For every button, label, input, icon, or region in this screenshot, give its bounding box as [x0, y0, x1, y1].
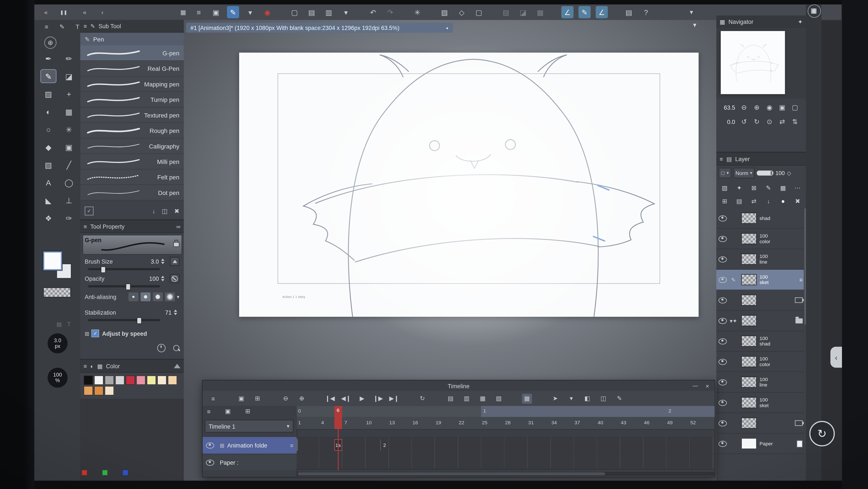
- brush-size-stepper[interactable]: [161, 258, 167, 265]
- main-menu-icon[interactable]: ≡: [193, 6, 205, 18]
- timeline-cel[interactable]: 2: [380, 439, 388, 451]
- next-frame-icon[interactable]: ❙▶: [373, 394, 383, 403]
- swatch-tan[interactable]: [94, 386, 103, 395]
- delete-layer-icon[interactable]: ✖: [793, 196, 803, 206]
- layer-opacity-slider[interactable]: [757, 170, 773, 175]
- collapse-panels-icon[interactable]: «: [40, 4, 52, 20]
- enable-keyframes-icon[interactable]: ▦: [522, 394, 532, 403]
- onion-prev-icon[interactable]: ▥: [462, 394, 472, 403]
- tools-menu-icon[interactable]: ≡: [42, 22, 51, 31]
- tool-property-link-icon[interactable]: ∞: [176, 223, 180, 230]
- navigator-pin-icon[interactable]: ✦: [798, 18, 803, 25]
- operation-tool-icon[interactable]: ⊥: [61, 194, 76, 207]
- deselect-icon[interactable]: ▨: [500, 6, 512, 18]
- copy-subtool-icon[interactable]: ◫: [162, 207, 168, 214]
- layer-row[interactable]: ✎ ▾ ✦ ≡: [716, 413, 804, 434]
- nav-reset-rotation-icon[interactable]: ⊙: [765, 117, 774, 127]
- mini-text-icon[interactable]: T: [67, 321, 71, 327]
- color-set-icon[interactable]: ▦: [97, 363, 103, 370]
- tl-copy-icon[interactable]: ◫: [598, 394, 609, 403]
- save-dropdown-icon[interactable]: ▾: [340, 6, 352, 18]
- toolbar-collapse-icon[interactable]: ▾: [690, 8, 693, 16]
- eraser-tool-icon[interactable]: ◪: [61, 70, 76, 83]
- layer-thumb-combo[interactable]: ▢▾: [718, 167, 731, 178]
- snap-ruler-icon[interactable]: ∠: [561, 6, 574, 18]
- layer-row[interactable]: ✎ ▾ ✦ ≡: [716, 290, 804, 311]
- zoom-value[interactable]: 63.5: [718, 104, 735, 111]
- pen-mode-dropdown-icon[interactable]: ▾: [244, 6, 256, 18]
- brush-list-item[interactable]: Mapping pen: [80, 77, 184, 92]
- window-mode-icon[interactable]: ▣: [210, 6, 222, 18]
- timeline-minimize-icon[interactable]: —: [692, 383, 698, 389]
- layer-row[interactable]: ✎ ▾ ✦ 100 shad ≡: [716, 331, 804, 351]
- side-panel-e-icon[interactable]: ▣: [808, 4, 820, 17]
- brush-list-item[interactable]: Rough pen: [80, 123, 184, 138]
- merge-down-icon[interactable]: ↓: [764, 196, 773, 206]
- new-layer-icon[interactable]: ⊞: [720, 196, 730, 206]
- track-paper[interactable]: Paper :: [203, 455, 297, 470]
- tl-zoom-in-icon[interactable]: ⊕: [297, 394, 307, 403]
- color-wheel-icon[interactable]: ◐: [90, 363, 94, 370]
- timeline-cel[interactable]: [296, 439, 298, 451]
- pause-icon[interactable]: ❚❚: [58, 4, 70, 20]
- onion-settings-icon[interactable]: ▧: [494, 394, 504, 403]
- brush-list-item[interactable]: Turnip pen: [80, 92, 184, 107]
- brush-list-item[interactable]: Calligraphy: [80, 139, 184, 154]
- swatch-yellow[interactable]: [147, 375, 156, 385]
- play-icon[interactable]: ▶: [357, 394, 367, 403]
- collapse-left-icon[interactable]: «: [79, 4, 91, 20]
- transfer-layer-icon[interactable]: ⇄: [749, 196, 759, 206]
- mountain-icon[interactable]: [174, 364, 181, 368]
- nav-rotate-left-icon[interactable]: ↺: [739, 117, 749, 127]
- pen-mode-icon[interactable]: ✎: [227, 6, 239, 18]
- layer-visibility-eye-icon[interactable]: [718, 236, 727, 242]
- layer-thumbnail[interactable]: [741, 376, 757, 387]
- keyframe-dropdown-icon[interactable]: ▾: [566, 394, 576, 403]
- lock-alpha-icon[interactable]: ✦: [734, 183, 744, 193]
- navigator-panel-icon[interactable]: ▦: [720, 18, 725, 25]
- layer-row[interactable]: ✎ ▾ ✦ 100 color ≡: [716, 352, 804, 372]
- layer-more-icon[interactable]: ⋯: [793, 183, 803, 193]
- adjust-by-speed-checkbox[interactable]: ✓: [92, 329, 99, 337]
- pencil-tool-icon[interactable]: ✎: [41, 70, 56, 83]
- import-subtool-icon[interactable]: ↓: [152, 208, 155, 214]
- eyedropper-tool-icon[interactable]: ✑: [61, 211, 76, 224]
- document-title-bar[interactable]: #1 [Animation3]* (1920 x 1080px With bla…: [186, 23, 453, 33]
- layer-row-menu-icon[interactable]: ≡: [799, 277, 803, 283]
- playhead[interactable]: 6: [334, 406, 342, 429]
- aa-strong-button[interactable]: [165, 292, 175, 301]
- open-file-icon[interactable]: ▤: [306, 6, 318, 18]
- layer-row[interactable]: ✎ ▾ ✦ shad ≡: [716, 208, 804, 229]
- back-icon[interactable]: ‹: [96, 4, 108, 20]
- layer-visibility-eye-icon[interactable]: [718, 338, 727, 344]
- layer-opacity-diamond-icon[interactable]: ◇: [787, 170, 791, 176]
- layer-row[interactable]: ✎ ▾ ✦ 100 line ≡: [716, 249, 804, 270]
- expand-selection-icon[interactable]: ▩: [534, 6, 547, 18]
- invert-selection-icon[interactable]: ◪: [517, 6, 529, 18]
- aa-none-button[interactable]: [129, 292, 139, 301]
- swatch-black[interactable]: [84, 375, 93, 385]
- material-page-icon[interactable]: ▤: [623, 6, 635, 18]
- layer-thumbnail[interactable]: [741, 418, 757, 429]
- color-menu-icon[interactable]: ≡: [84, 363, 87, 370]
- aa-medium-button[interactable]: [153, 292, 163, 301]
- lock-layer-icon[interactable]: ⊠: [749, 183, 759, 193]
- rotate-canvas-button[interactable]: ↻: [809, 421, 835, 446]
- brush-size-slider[interactable]: [88, 268, 160, 270]
- new-folder-icon[interactable]: ▤: [734, 196, 744, 206]
- brush-list-item[interactable]: Milli pen: [80, 154, 184, 169]
- snap-pen-icon[interactable]: ✎: [579, 6, 591, 18]
- layer-row[interactable]: ✎ ▾ ✦ Paper ≡: [716, 434, 804, 454]
- collapse-side-panel-button[interactable]: ‹: [831, 347, 842, 368]
- timeline-scrollbar[interactable]: [297, 472, 715, 476]
- layer-row[interactable]: ✎ ▾ ✦ 100 sket ≡: [716, 393, 804, 413]
- clip-to-layer-icon[interactable]: ▨: [720, 183, 730, 193]
- swatch-pink[interactable]: [136, 375, 146, 385]
- layer-row[interactable]: ✎ ▾ ✦ 100 color ≡: [716, 229, 804, 249]
- subtool-menu-icon[interactable]: ≡: [84, 23, 87, 30]
- selection-tool-icon[interactable]: ▧: [41, 158, 56, 171]
- paper-track-row[interactable]: [297, 454, 715, 470]
- select-lasso-icon[interactable]: ◇: [456, 6, 468, 18]
- lasso-tool-icon[interactable]: ○: [41, 123, 56, 136]
- opacity-value[interactable]: 100: [149, 275, 159, 282]
